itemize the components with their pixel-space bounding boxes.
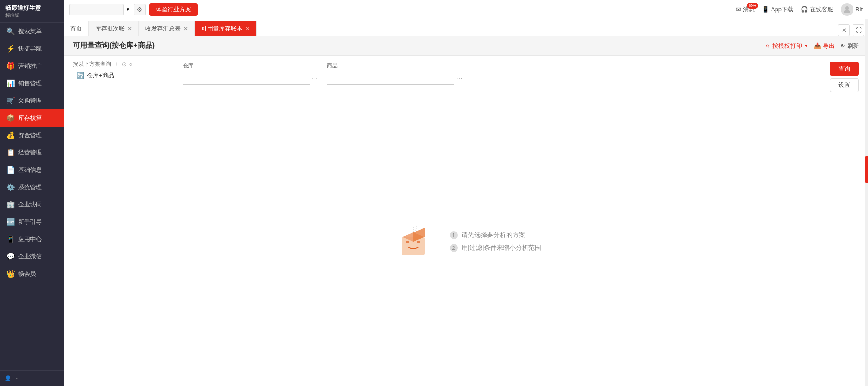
print-button[interactable]: 🖨 按模板打印 ▼ (765, 42, 808, 50)
sidebar-item-operations[interactable]: 📋 经营管理 (0, 144, 64, 161)
operations-icon: 📋 (6, 149, 15, 157)
tab-available-close[interactable]: ✕ (245, 26, 250, 32)
filter-area: 按以下方案查询 ＋ ⊙ « 🔄 仓库+商品 仓库 ··· (64, 56, 868, 97)
chevron-down-icon[interactable]: ▼ (126, 7, 130, 12)
page-header: 可用量查询(按仓库+商品) 🖨 按模板打印 ▼ 📤 导出 ↻ 刷新 (64, 36, 868, 56)
online-support-label: 在线客服 (810, 5, 833, 14)
collapse-icon[interactable]: « (129, 61, 132, 67)
svg-point-0 (845, 6, 849, 10)
sidebar-nav: 🔍 搜索菜单 ⚡ 快捷导航 🎁 营销推广 📊 销售管理 🛒 采购管理 📦 库存核… (0, 23, 64, 370)
sidebar-item-enterprise[interactable]: 🏢 企业协同 (0, 196, 64, 213)
avatar (841, 3, 853, 16)
basic-icon: 📄 (6, 166, 15, 174)
tab-home[interactable]: 首页 (64, 21, 89, 36)
page-title: 可用量查询(按仓库+商品) (73, 41, 155, 51)
empty-tip-2-text: 用[过滤]条件来缩小分析范围 (462, 244, 542, 252)
refresh-icon: ↻ (840, 42, 845, 49)
scheme-icon: 🔄 (76, 72, 84, 79)
tabs-bar: 首页 库存批次账 ✕ 收发存汇总表 ✕ 可用量库存账本 ✕ ✕ ⛶ (64, 19, 868, 36)
goods-input[interactable] (327, 72, 454, 85)
sidebar-item-label: 资金管理 (18, 131, 42, 139)
user-profile[interactable]: Rit (841, 3, 863, 16)
filter-divider (173, 60, 173, 92)
empty-tips: 1 请先选择要分析的方案 2 用[过滤]条件来缩小分析范围 (450, 231, 542, 252)
sidebar-item-finance[interactable]: 💰 资金管理 (0, 127, 64, 144)
app-download-button[interactable]: 📱 App下载 (762, 5, 793, 14)
page-header-actions: 🖨 按模板打印 ▼ 📤 导出 ↻ 刷新 (765, 42, 859, 50)
tab-batch[interactable]: 库存批次账 ✕ (89, 21, 139, 36)
tab-expand-button[interactable]: ⛶ (853, 24, 864, 36)
print-icon: 🖨 (765, 42, 771, 49)
message-badge: 99+ (747, 3, 758, 9)
sidebar-item-shortcut[interactable]: ⚡ 快捷导航 (0, 40, 64, 57)
empty-tip-1-text: 请先选择要分析的方案 (462, 231, 525, 239)
sidebar-item-label: 库存核算 (18, 114, 42, 122)
tab-home-label: 首页 (70, 25, 82, 33)
filter-label-text: 按以下方案查询 (73, 60, 111, 68)
inventory-icon: 📦 (6, 114, 15, 122)
shortcut-icon: ⚡ (6, 45, 15, 53)
sales-icon: 📊 (6, 79, 15, 87)
wechat-icon: 💬 (6, 252, 15, 261)
app-version: 标准版 (5, 12, 58, 19)
message-icon: ✉ (736, 6, 741, 13)
query-button[interactable]: 查询 (830, 62, 859, 76)
tab-close-current-button[interactable]: ✕ (838, 24, 850, 36)
filter-scheme-panel: 按以下方案查询 ＋ ⊙ « 🔄 仓库+商品 (73, 60, 164, 82)
message-button[interactable]: ✉ 消息 99+ (736, 5, 755, 14)
system-icon: ⚙️ (6, 183, 15, 191)
scrollbar-thumb[interactable] (865, 156, 868, 183)
add-scheme-icon[interactable]: ＋ (114, 60, 119, 68)
sidebar-item-system[interactable]: ⚙️ 系统管理 (0, 179, 64, 196)
sidebar-item-sales[interactable]: 📊 销售管理 (0, 75, 64, 92)
right-scrollbar[interactable] (865, 19, 868, 386)
print-chevron-icon: ▼ (804, 43, 808, 48)
tab-batch-close[interactable]: ✕ (127, 26, 132, 32)
sidebar-logo: 畅康通好生意 标准版 (0, 0, 64, 23)
tab-summary-label: 收发存汇总表 (145, 25, 181, 33)
topbar-search-area: ▼ (69, 4, 130, 15)
sidebar-item-newguide[interactable]: 🆕 新手引导 (0, 213, 64, 231)
empty-tip-1: 1 请先选择要分析的方案 (450, 231, 542, 239)
tab-available[interactable]: 可用量库存账本 ✕ (195, 21, 257, 36)
sidebar-item-purchase[interactable]: 🛒 采购管理 (0, 92, 64, 109)
settings-scheme-icon[interactable]: ⊙ (122, 61, 127, 67)
scheme-label: 仓库+商品 (87, 72, 114, 80)
svg-rect-4 (406, 241, 409, 243)
goods-more-icon[interactable]: ··· (456, 74, 462, 82)
industry-solution-button[interactable]: 体验行业方案 (149, 3, 198, 16)
online-support-button[interactable]: 🎧 在线客服 (801, 5, 833, 14)
settings-button[interactable]: 设置 (830, 78, 859, 92)
search-input[interactable] (69, 4, 124, 15)
appcenter-icon: 📱 (6, 235, 15, 243)
print-label: 按模板打印 (772, 42, 802, 50)
tab-available-label: 可用量库存账本 (201, 25, 243, 33)
tab-summary[interactable]: 收发存汇总表 ✕ (139, 21, 195, 36)
export-button[interactable]: 📤 导出 (814, 42, 835, 50)
main-content: ▼ ⚙ 体验行业方案 ✉ 消息 99+ 📱 App下载 🎧 在线客服 (64, 0, 868, 386)
sidebar-item-inventory[interactable]: 📦 库存核算 (0, 109, 64, 127)
sidebar-item-member[interactable]: 👑 畅会员 (0, 265, 64, 283)
svg-rect-5 (417, 241, 420, 243)
sidebar-item-appcenter[interactable]: 📱 应用中心 (0, 231, 64, 248)
warehouse-input[interactable] (183, 72, 310, 85)
sidebar-item-marketing[interactable]: 🎁 营销推广 (0, 57, 64, 75)
sidebar-item-wechat[interactable]: 💬 企业微信 (0, 248, 64, 265)
filter-actions: 查询 设置 (830, 60, 859, 92)
topbar-gear-button[interactable]: ⚙ (134, 4, 146, 15)
tab-batch-label: 库存批次账 (95, 25, 125, 33)
page-content: 可用量查询(按仓库+商品) 🖨 按模板打印 ▼ 📤 导出 ↻ 刷新 (64, 36, 868, 386)
search-icon: 🔍 (6, 27, 15, 36)
sidebar-item-search[interactable]: 🔍 搜索菜单 (0, 23, 64, 40)
tab-summary-close[interactable]: ✕ (183, 26, 188, 32)
refresh-button[interactable]: ↻ 刷新 (840, 42, 859, 50)
warehouse-more-icon[interactable]: ··· (312, 74, 318, 82)
empty-tip-2: 2 用[过滤]条件来缩小分析范围 (450, 244, 542, 252)
filter-label: 按以下方案查询 ＋ ⊙ « (73, 60, 164, 68)
mobile-icon: 📱 (762, 6, 769, 13)
scheme-warehouse-goods[interactable]: 🔄 仓库+商品 (73, 70, 164, 82)
sidebar-item-basic[interactable]: 📄 基础信息 (0, 161, 64, 179)
sidebar: 畅康通好生意 标准版 🔍 搜索菜单 ⚡ 快捷导航 🎁 营销推广 📊 销售管理 🛒… (0, 0, 64, 386)
topbar-right: ✉ 消息 99+ 📱 App下载 🎧 在线客服 Rit (736, 3, 863, 16)
sidebar-item-label: 基础信息 (18, 166, 42, 174)
